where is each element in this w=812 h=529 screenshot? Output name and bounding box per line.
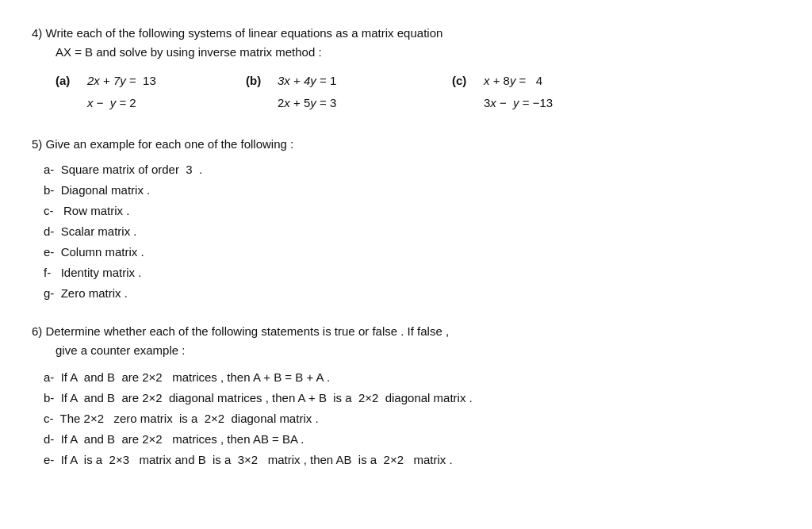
section-4-subtitle: AX = B and solve by using inverse matrix… bbox=[56, 43, 780, 62]
equation-group-c: (c) x + 8y = 4 3x − y = −13 bbox=[452, 71, 642, 116]
section-6-title-line2: give a counter example : bbox=[56, 341, 780, 360]
equation-groups: (a) 2x + 7y = 13 x − y = 2 (b) 3x + 4y =… bbox=[56, 71, 780, 116]
section-4-number: 4) bbox=[32, 26, 42, 40]
section-6: 6) Determine whether each of the followi… bbox=[32, 322, 780, 470]
eq-b-eq2: 2x + 5y = 3 bbox=[278, 94, 336, 113]
section-5: 5) Give an example for each one of the f… bbox=[32, 135, 780, 303]
list-item-5f: f- Identity matrix . bbox=[44, 263, 780, 282]
section-4-title-line1: Write each of the following systems of l… bbox=[46, 26, 443, 40]
eq-b-eq1: 3x + 4y = 1 bbox=[278, 71, 336, 90]
section-5-header: 5) Give an example for each one of the f… bbox=[32, 135, 780, 154]
section-6-title-line1: Determine whether each of the following … bbox=[46, 324, 450, 338]
eq-c-eq2: 3x − y = −13 bbox=[484, 94, 553, 113]
list-item-6b: b- If A and B are 2×2 diagonal matrices … bbox=[44, 389, 780, 408]
list-item-6a: a- If A and B are 2×2 matrices , then A … bbox=[44, 368, 780, 387]
list-item-5c: c- Row matrix . bbox=[44, 201, 780, 220]
section-6-list: a- If A and B are 2×2 matrices , then A … bbox=[44, 368, 780, 470]
list-item-5a: a- Square matrix of order 3 . bbox=[44, 160, 780, 179]
section-4: 4) Write each of the following systems o… bbox=[32, 24, 780, 116]
eq-a-row1: (a) 2x + 7y = 13 bbox=[56, 71, 246, 90]
eq-b-label: (b) bbox=[246, 71, 268, 90]
eq-c-label: (c) bbox=[452, 71, 474, 90]
eq-a-label: (a) bbox=[56, 71, 78, 90]
list-item-6e: e- If A is a 2×3 matrix and B is a 3×2 m… bbox=[44, 450, 780, 470]
page-content: 4) Write each of the following systems o… bbox=[32, 24, 780, 470]
equation-group-b: (b) 3x + 4y = 1 2x + 5y = 3 bbox=[246, 71, 452, 116]
equation-group-a: (a) 2x + 7y = 13 x − y = 2 bbox=[56, 71, 246, 116]
eq-a-eq1: 2x + 7y = 13 bbox=[87, 71, 156, 90]
eq-b-row2: 2x + 5y = 3 bbox=[278, 94, 452, 113]
eq-b-row1: (b) 3x + 4y = 1 bbox=[246, 71, 452, 90]
section-5-number: 5) bbox=[32, 137, 42, 151]
list-item-5d: d- Scalar matrix . bbox=[44, 222, 780, 241]
eq-c-row2: 3x − y = −13 bbox=[484, 94, 642, 113]
section-5-title: Give an example for each one of the foll… bbox=[46, 137, 294, 151]
eq-a-row2: x − y = 2 bbox=[87, 94, 246, 113]
section-5-list: a- Square matrix of order 3 . b- Diagona… bbox=[44, 160, 780, 303]
section-6-header: 6) Determine whether each of the followi… bbox=[32, 322, 780, 341]
list-item-6d: d- If A and B are 2×2 matrices , then AB… bbox=[44, 430, 780, 449]
eq-a-eq2: x − y = 2 bbox=[87, 94, 136, 113]
eq-c-eq1: x + 8y = 4 bbox=[484, 71, 542, 90]
list-item-5e: e- Column matrix . bbox=[44, 243, 780, 262]
list-item-5g: g- Zero matrix . bbox=[44, 284, 780, 303]
list-item-5b: b- Diagonal matrix . bbox=[44, 181, 780, 200]
section-4-header: 4) Write each of the following systems o… bbox=[32, 24, 780, 43]
section-6-number: 6) bbox=[32, 324, 42, 338]
eq-c-row1: (c) x + 8y = 4 bbox=[452, 71, 642, 90]
list-item-6c: c- The 2×2 zero matrix is a 2×2 diagonal… bbox=[44, 409, 780, 428]
